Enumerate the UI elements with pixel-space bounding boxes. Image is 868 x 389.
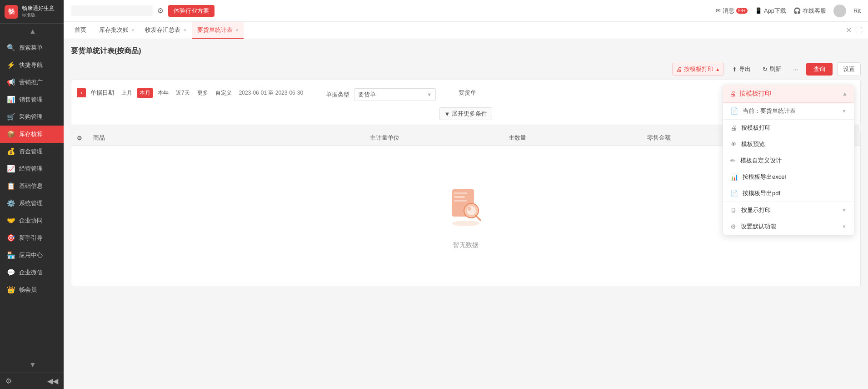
sidebar-item-label: 新手引导 <box>19 234 43 242</box>
sidebar-item-wechat[interactable]: 💬 企业微信 <box>0 264 64 281</box>
tab-home[interactable]: 首页 <box>69 22 92 39</box>
topbar-left: ⚙ 体验行业方案 <box>71 5 215 17</box>
sidebar-item-collab[interactable]: 🤝 企业协同 <box>0 212 64 229</box>
page-title: 要货单统计表(按商品) <box>71 46 861 56</box>
tab-order-stats[interactable]: 要货单统计表 × <box>192 22 244 39</box>
audio-icon[interactable]: ◀◀ <box>47 377 58 385</box>
query-button[interactable]: 查询 <box>806 63 833 76</box>
dropdown-item-template-print[interactable]: 🖨 按模板打印 <box>723 120 854 136</box>
sidebar-item-basic[interactable]: 📋 基础信息 <box>0 177 64 195</box>
filter-type-row: 单据类型 要货单 ▼ <box>326 88 436 101</box>
col-checkbox: ⚙ <box>77 135 93 141</box>
app-download-button[interactable]: 📱 App下载 <box>755 7 786 15</box>
current-template-label: 当前：要货单统计表 <box>743 107 796 115</box>
sidebar-scroll-down[interactable]: ▼ <box>0 357 64 373</box>
topbar: ⚙ 体验行业方案 ✉ 消息 99+ 📱 App下载 🎧 在线客服 Rit <box>64 0 868 22</box>
sidebar-item-sales[interactable]: 📊 销售管理 <box>0 91 64 108</box>
dropdown-item-display-print[interactable]: 🖥 按显示打印 ▼ <box>723 202 854 218</box>
online-service-label: 在线客服 <box>803 7 826 15</box>
message-button[interactable]: ✉ 消息 99+ <box>716 7 748 15</box>
sidebar-scroll-up[interactable]: ▲ <box>0 24 64 39</box>
toolbar-row: 🖨 按模板打印 ▲ ⬆ 导出 ↻ 刷新 ··· 查询 设置 <box>71 62 861 76</box>
wechat-icon: 💬 <box>6 268 15 277</box>
svg-point-6 <box>467 206 476 215</box>
template-print-icon: 🖨 <box>730 124 737 131</box>
sidebar-item-purchase[interactable]: 🛒 采购管理 <box>0 108 64 126</box>
settings-col-icon[interactable]: ⚙ <box>77 135 82 141</box>
sidebar-item-quick-nav[interactable]: ⚡ 快捷导航 <box>0 56 64 74</box>
date-btn-this-month[interactable]: 本月 <box>137 88 153 98</box>
scroll-up-icon[interactable]: ▲ <box>27 25 36 37</box>
trial-button[interactable]: 体验行业方案 <box>168 5 215 17</box>
tab-expand-button[interactable]: ⛶ <box>855 26 863 35</box>
chevron-right-icon: ▼ <box>842 108 847 114</box>
tab-home-label: 首页 <box>75 26 86 34</box>
user-avatar[interactable] <box>833 5 846 17</box>
app-download-icon: 📱 <box>755 7 762 14</box>
topbar-search-input[interactable] <box>71 5 153 16</box>
sidebar-item-system[interactable]: ⚙️ 系统管理 <box>0 195 64 212</box>
dropdown-current-template[interactable]: 📄 当前：要货单统计表 ▼ <box>723 103 854 119</box>
system-icon: ⚙️ <box>6 199 15 207</box>
online-service-button[interactable]: 🎧 在线客服 <box>793 7 826 15</box>
dropdown-item-template-custom[interactable]: ✏ 模板自定义设计 <box>723 152 854 169</box>
set-default-arrow-icon: ▼ <box>842 224 847 229</box>
tab-order-stats-label: 要货单统计表 <box>197 26 233 34</box>
date-btn-last-month[interactable]: 上月 <box>119 88 135 98</box>
dropdown-print-icon: 🖨 <box>729 90 736 97</box>
tab-inventory-batch-close[interactable]: × <box>131 27 134 33</box>
tab-inventory-batch[interactable]: 库存批次账 × <box>94 22 140 39</box>
tab-order-stats-close[interactable]: × <box>235 27 238 33</box>
topbar-gear-icon[interactable]: ⚙ <box>157 6 164 15</box>
dropdown-title-row: 🖨 按模板打印 <box>729 90 771 98</box>
tab-inventory-batch-label: 库存批次账 <box>99 26 129 34</box>
sidebar-item-guide[interactable]: 🎯 新手引导 <box>0 229 64 247</box>
refresh-button[interactable]: ↻ 刷新 <box>759 63 785 75</box>
appstore-icon: 🏪 <box>6 251 15 259</box>
marketing-icon: 📢 <box>6 78 15 86</box>
tabbar: 首页 库存批次账 × 收发存汇总表 × 要货单统计表 × ✕ ⛶ <box>64 22 868 39</box>
template-custom-icon: ✏ <box>730 157 736 164</box>
sales-icon: 📊 <box>6 96 15 104</box>
scroll-down-icon[interactable]: ▼ <box>27 359 36 371</box>
app-download-label: App下载 <box>764 7 786 15</box>
tab-receivables[interactable]: 收发存汇总表 × <box>140 22 191 39</box>
sidebar-item-inventory[interactable]: 📦 库存核算 <box>0 126 64 143</box>
sidebar-item-search[interactable]: 🔍 搜索菜单 <box>0 39 64 56</box>
goods-filter-label: 要货单 <box>459 89 476 96</box>
expand-more-button[interactable]: ▼ 展开更多条件 <box>439 107 493 120</box>
date-btn-7days[interactable]: 近7天 <box>173 88 193 98</box>
sidebar-item-label: 企业协同 <box>19 217 43 225</box>
dropdown-item-template-preview[interactable]: 👁 模板预览 <box>723 136 854 152</box>
tab-receivables-close[interactable]: × <box>183 27 186 33</box>
sidebar-item-appstore[interactable]: 🏪 应用中心 <box>0 247 64 264</box>
export-button[interactable]: ⬆ 导出 <box>728 63 754 75</box>
sidebar-item-member[interactable]: 👑 畅会员 <box>0 281 64 298</box>
sidebar-item-finance[interactable]: 💰 资金管理 <box>0 143 64 160</box>
more-button[interactable]: ··· <box>789 64 802 75</box>
settings-icon[interactable]: ⚙ <box>5 377 12 385</box>
dropdown-item-set-default[interactable]: ⚙ 设置默认功能 ▼ <box>723 218 854 235</box>
sidebar-item-marketing[interactable]: 📢 营销推广 <box>0 74 64 91</box>
date-btn-more[interactable]: 更多 <box>195 88 211 98</box>
date-btn-custom[interactable]: 自定义 <box>213 88 234 98</box>
username-label[interactable]: Rit <box>853 7 861 14</box>
dropdown-item-export-pdf[interactable]: 📄 按模板导出pdf <box>723 185 854 202</box>
type-select[interactable]: 要货单 ▼ <box>354 88 436 101</box>
date-btn-this-year[interactable]: 本年 <box>155 88 171 98</box>
operation-icon: 📈 <box>6 165 15 173</box>
sidebar-item-label: 基础信息 <box>19 182 43 190</box>
tab-close-all-button[interactable]: ✕ <box>846 26 852 35</box>
dropdown-header: 🖨 按模板打印 ▲ <box>723 85 854 103</box>
item-label: 按显示打印 <box>741 206 771 214</box>
expand-more-icon: ▼ <box>444 111 450 117</box>
settings-button[interactable]: 设置 <box>837 62 861 76</box>
dropdown-item-export-excel[interactable]: 📊 按模板导出excel <box>723 169 854 185</box>
template-print-button[interactable]: 🖨 按模板打印 ▲ <box>672 63 724 76</box>
col-goods: 商品 <box>93 134 370 142</box>
filter-expand-icon[interactable]: › <box>77 88 86 97</box>
sidebar-item-label: 资金管理 <box>19 147 43 156</box>
print-dropdown: 🖨 按模板打印 ▲ 📄 当前：要货单统计表 ▼ 🖨 按模板打印 👁 <box>723 85 854 235</box>
sidebar-item-operation[interactable]: 📈 经营管理 <box>0 160 64 177</box>
current-template-icon: 📄 <box>730 107 738 115</box>
